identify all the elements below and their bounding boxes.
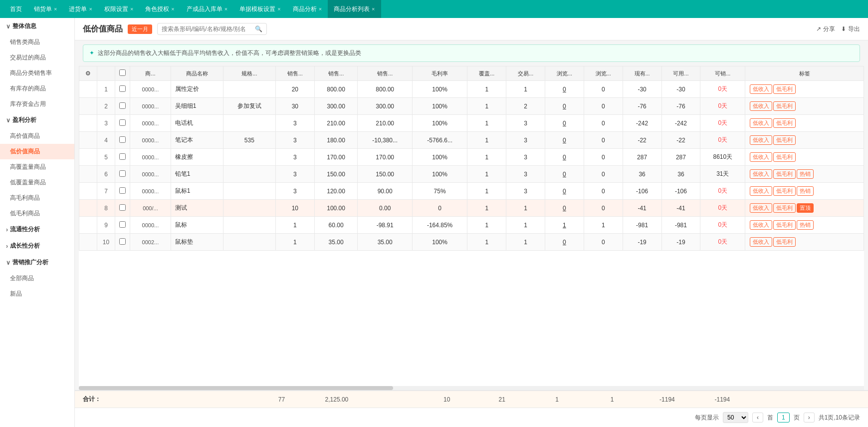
row-browse1: 0 xyxy=(545,183,584,200)
row-checkbox[interactable] xyxy=(119,170,126,177)
chevron-down-icon: ∨ xyxy=(6,23,10,30)
sidebar-item-category-sales-rate[interactable]: 商品分类销售率 xyxy=(0,65,74,81)
sidebar-item-low-value[interactable]: 低价值商品 xyxy=(0,144,74,159)
row-checkbox[interactable] xyxy=(119,119,126,126)
col-settings[interactable]: ⚙ xyxy=(79,66,97,81)
browse1-link[interactable]: 0 xyxy=(563,120,566,127)
nav-permission[interactable]: 权限设置 × xyxy=(98,0,139,18)
sidebar-item-high-value[interactable]: 高价值商品 xyxy=(0,128,74,144)
row-current: 36 xyxy=(623,166,661,183)
row-sales-amount: 210.00 xyxy=(314,115,358,132)
search-input[interactable] xyxy=(157,23,267,35)
row-checkbox-cell[interactable] xyxy=(115,166,130,183)
date-badge[interactable]: 近一月 xyxy=(128,24,152,34)
row-browse2: 0 xyxy=(584,81,623,98)
row-spec: 535 xyxy=(223,132,275,149)
nav-close-icon[interactable]: × xyxy=(89,6,92,12)
col-checkbox[interactable] xyxy=(115,66,130,81)
nav-home[interactable]: 首页 xyxy=(4,0,28,18)
browse1-link[interactable]: 0 xyxy=(563,86,566,93)
browse1-link[interactable]: 0 xyxy=(563,205,566,212)
scrollbar-thumb[interactable] xyxy=(79,386,393,390)
share-button[interactable]: ↗ 分享 xyxy=(816,25,835,33)
row-browse2: 0 xyxy=(584,234,623,251)
sidebar-item-new-products[interactable]: 新品 xyxy=(0,286,74,302)
row-checkbox-cell[interactable] xyxy=(115,98,130,115)
nav-product-analysis-list[interactable]: 商品分析列表 × xyxy=(328,0,381,18)
row-code: 0000... xyxy=(130,217,171,234)
row-checkbox[interactable] xyxy=(119,136,126,143)
sidebar-item-low-coverage[interactable]: 低覆盖量商品 xyxy=(0,175,74,190)
sidebar-group-profit[interactable]: ∨ 盈利分析 xyxy=(0,112,74,128)
nav-close-icon[interactable]: × xyxy=(372,6,375,12)
nav-product-instock[interactable]: 产成品入库单 × xyxy=(181,0,233,18)
data-table: ⚙ 商... 商品名称 规格... 销售... 销售... 销售... 毛利率 xyxy=(79,66,864,251)
browse1-link[interactable]: 0 xyxy=(563,188,566,195)
sidebar-item-sales-products[interactable]: 销售类商品 xyxy=(0,34,74,50)
row-checkbox-cell[interactable] xyxy=(115,200,130,217)
sidebar-group-liquidity[interactable]: › 流通性分析 xyxy=(0,221,74,238)
nav-purchase-order[interactable]: 进货单 × xyxy=(63,0,98,18)
sidebar-item-high-coverage[interactable]: 高覆盖量商品 xyxy=(0,159,74,175)
browse1-link[interactable]: 1 xyxy=(563,222,566,229)
row-checkbox-cell[interactable] xyxy=(115,149,130,166)
row-checkbox-cell[interactable] xyxy=(115,115,130,132)
nav-close-icon[interactable]: × xyxy=(54,6,57,12)
row-sales-qty: 20 xyxy=(275,81,314,98)
browse1-link[interactable]: 0 xyxy=(563,137,566,144)
tag-badge: 低收入 xyxy=(750,203,772,213)
row-checkbox[interactable] xyxy=(119,204,126,211)
sidebar-item-all-products[interactable]: 全部商品 xyxy=(0,271,74,286)
row-checkbox[interactable] xyxy=(119,238,126,245)
browse1-link[interactable]: 0 xyxy=(563,154,566,161)
sidebar-item-stock-capital[interactable]: 库存资金占用 xyxy=(0,96,74,112)
sidebar-group-growth[interactable]: › 成长性分析 xyxy=(0,238,74,254)
row-checkbox[interactable] xyxy=(119,153,126,160)
tag-badge: 热销 xyxy=(797,220,814,230)
page-label-end: 页 xyxy=(794,414,800,422)
sidebar-item-stock-products[interactable]: 有库存的商品 xyxy=(0,81,74,96)
horizontal-scrollbar[interactable] xyxy=(79,386,864,390)
sidebar-item-low-profit[interactable]: 低毛利商品 xyxy=(0,206,74,221)
row-sales-avg: -10,380... xyxy=(358,132,412,149)
search-icon[interactable]: 🔍 xyxy=(255,25,262,32)
nav-close-icon[interactable]: × xyxy=(319,6,322,12)
page-size-select[interactable]: 50 100 xyxy=(723,412,748,423)
nav-template-settings[interactable]: 单据模板设置 × xyxy=(233,0,286,18)
row-checkbox[interactable] xyxy=(119,221,126,228)
sidebar-group-overall[interactable]: ∨ 整体信息 xyxy=(0,18,74,34)
nav-product-analysis[interactable]: 商品分析 × xyxy=(287,0,328,18)
nav-close-icon[interactable]: × xyxy=(277,6,280,12)
row-trade: 1 xyxy=(506,81,545,98)
row-index: 7 xyxy=(97,183,115,200)
nav-close-icon[interactable]: × xyxy=(171,6,174,12)
row-checkbox-cell[interactable] xyxy=(115,217,130,234)
row-current: -19 xyxy=(623,234,661,251)
nav-close-icon[interactable]: × xyxy=(130,6,133,12)
footer-spacer2 xyxy=(364,396,419,403)
row-checkbox[interactable] xyxy=(119,102,126,109)
row-checkbox[interactable] xyxy=(119,187,126,194)
browse1-link[interactable]: 0 xyxy=(563,171,566,178)
col-sales-avg: 销售... xyxy=(358,66,412,81)
nav-close-icon[interactable]: × xyxy=(224,6,227,12)
row-checkbox[interactable] xyxy=(119,85,126,92)
select-all-checkbox[interactable] xyxy=(119,69,126,76)
first-page-button[interactable]: ‹ xyxy=(752,413,763,423)
browse1-link[interactable]: 0 xyxy=(563,239,566,246)
footer-sales-amount: 2,125.00 xyxy=(309,396,364,403)
tag-badge: 低收入 xyxy=(750,186,772,196)
row-checkbox-cell[interactable] xyxy=(115,234,130,251)
nav-role-auth[interactable]: 角色授权 × xyxy=(139,0,180,18)
export-button[interactable]: ⬇ 导出 xyxy=(841,25,860,33)
sidebar-item-traded-products[interactable]: 交易过的商品 xyxy=(0,50,74,65)
row-settings-cell xyxy=(79,217,97,234)
row-checkbox-cell[interactable] xyxy=(115,81,130,98)
nav-sales-order[interactable]: 销货单 × xyxy=(28,0,63,18)
next-page-button[interactable]: › xyxy=(804,413,815,423)
sidebar-item-high-profit[interactable]: 高毛利商品 xyxy=(0,190,74,206)
row-checkbox-cell[interactable] xyxy=(115,183,130,200)
row-checkbox-cell[interactable] xyxy=(115,132,130,149)
sidebar-group-marketing[interactable]: ∨ 营销推广分析 xyxy=(0,254,74,271)
browse1-link[interactable]: 0 xyxy=(563,103,566,110)
